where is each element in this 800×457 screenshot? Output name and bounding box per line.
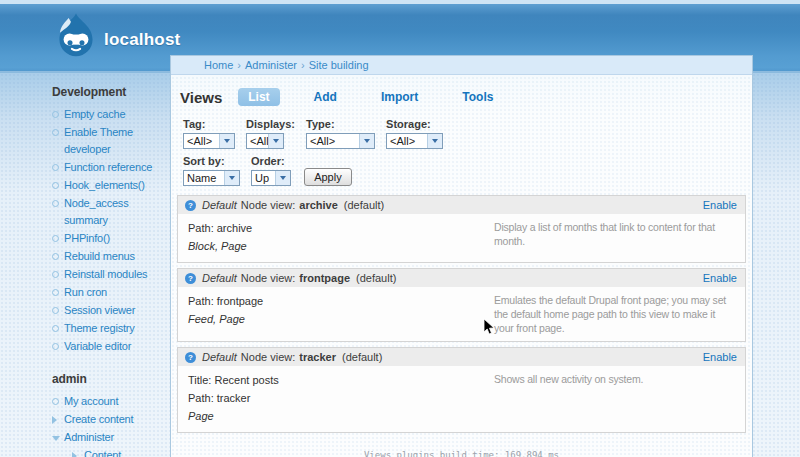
breadcrumb-separator: ›: [301, 59, 305, 71]
circle-bullet-icon: [52, 111, 59, 118]
sidebar-item-reinstall-modules[interactable]: Reinstall modules: [52, 266, 165, 283]
view-row-archive: ? Default Node view: archive (default) E…: [177, 195, 746, 263]
circle-bullet-icon: [52, 253, 59, 260]
circle-bullet-icon: [52, 307, 59, 314]
tab-list[interactable]: List: [238, 88, 279, 106]
type-filter-label: Type:: [306, 118, 375, 130]
page-title: Views: [180, 89, 222, 106]
tab-tools[interactable]: Tools: [452, 88, 503, 106]
view-displays: Page: [188, 408, 494, 424]
apply-button[interactable]: Apply: [304, 168, 352, 186]
sidebar-item-administer[interactable]: Administer: [52, 429, 165, 446]
help-icon[interactable]: ?: [185, 352, 196, 363]
sidebar-item-hook-elements[interactable]: Hook_elements(): [52, 177, 165, 194]
views-filters: Tag: <All> Displays: <All> Type: <All> S…: [183, 118, 746, 186]
sidebar-item-rebuild-menus[interactable]: Rebuild menus: [52, 248, 165, 265]
sidebar-item-session-viewer[interactable]: Session viewer: [52, 302, 165, 319]
view-path: Path: frontpage: [188, 293, 494, 309]
sidebar-item-enable-theme-developer[interactable]: Enable Theme developer: [52, 124, 165, 158]
sidebar-item-run-cron[interactable]: Run cron: [52, 284, 165, 301]
circle-bullet-icon: [52, 200, 59, 207]
drupal-views-admin-page: localhost Development Empty cache Enable…: [0, 0, 800, 457]
circle-bullet-icon: [52, 289, 59, 296]
enable-link[interactable]: Enable: [703, 272, 737, 284]
breadcrumb-link-administer[interactable]: Administer: [245, 59, 297, 71]
circle-bullet-icon: [52, 271, 59, 278]
storage-filter-select[interactable]: <All>: [386, 133, 443, 149]
help-icon[interactable]: ?: [185, 200, 196, 211]
help-icon[interactable]: ?: [185, 273, 196, 284]
view-name: tracker: [299, 351, 336, 363]
mouse-cursor: [483, 318, 495, 336]
type-filter-select[interactable]: <All>: [306, 133, 375, 149]
view-name: archive: [299, 199, 338, 211]
sidebar-item-variable-editor[interactable]: Variable editor: [52, 338, 165, 355]
view-row-frontpage: ? Default Node view: frontpage (default)…: [177, 268, 746, 342]
sidebar: Development Empty cache Enable Theme dev…: [0, 73, 167, 457]
sidebar-section-title-admin: admin: [52, 372, 167, 386]
chevron-down-icon: [275, 171, 290, 185]
view-description: Emulates the default Drupal front page; …: [494, 292, 737, 335]
chevron-down-icon: [224, 171, 239, 185]
sidebar-item-content-management[interactable]: Content management: [72, 447, 168, 457]
chevron-down-icon: [268, 134, 283, 148]
site-name[interactable]: localhost: [104, 30, 180, 50]
breadcrumb-separator: ›: [237, 59, 241, 71]
breadcrumb-link-site-building[interactable]: Site building: [309, 59, 369, 71]
enable-link[interactable]: Enable: [703, 351, 737, 363]
circle-bullet-icon: [52, 235, 59, 242]
view-name: frontpage: [299, 272, 350, 284]
view-type: Default: [202, 199, 237, 211]
view-type: Default: [202, 272, 237, 284]
circle-bullet-icon: [52, 398, 59, 405]
view-kind: Node view:: [241, 199, 295, 211]
circle-bullet-icon: [52, 164, 59, 171]
build-time-stats: Views plugins build time: 169.894 ms Vie…: [177, 449, 746, 457]
chevron-down-icon: [219, 134, 234, 148]
displays-filter-label: Displays:: [246, 118, 295, 130]
chevron-down-icon: [359, 134, 374, 148]
view-suffix: (default): [344, 199, 384, 211]
view-displays: Feed, Page: [188, 311, 494, 327]
view-title: Title: Recent posts: [188, 372, 494, 388]
view-displays: Block, Page: [188, 238, 494, 254]
circle-bullet-icon: [52, 325, 59, 332]
main-panel: Home›Administer›Site building Views List…: [170, 55, 753, 457]
view-suffix: (default): [356, 272, 396, 284]
sidebar-item-my-account[interactable]: My account: [52, 393, 165, 410]
breadcrumb-link-home[interactable]: Home: [204, 59, 233, 71]
view-path: Path: archive: [188, 220, 494, 236]
tab-add[interactable]: Add: [304, 88, 347, 106]
order-select[interactable]: Up: [251, 170, 291, 186]
views-plugins-build-time: Views plugins build time: 169.894 ms: [177, 449, 746, 457]
enable-link[interactable]: Enable: [703, 199, 737, 211]
chevron-down-icon: [427, 134, 442, 148]
sort-by-select[interactable]: Name: [183, 170, 240, 186]
sidebar-section-title-development: Development: [52, 85, 167, 99]
view-description: Shows all new activity on system.: [494, 371, 737, 426]
storage-filter-label: Storage:: [386, 118, 443, 130]
displays-filter-select[interactable]: <All>: [246, 133, 284, 149]
view-path: Path: tracker: [188, 390, 494, 406]
view-description: Display a list of months that link to co…: [494, 219, 737, 256]
sidebar-item-theme-registry[interactable]: Theme registry: [52, 320, 165, 337]
breadcrumb: Home›Administer›Site building: [171, 56, 752, 75]
view-row-tracker: ? Default Node view: tracker (default) E…: [177, 347, 746, 433]
sidebar-item-empty-cache[interactable]: Empty cache: [52, 106, 165, 123]
view-kind: Node view:: [241, 272, 295, 284]
collapsed-menu-icon[interactable]: [72, 452, 77, 457]
sidebar-item-function-reference[interactable]: Function reference: [52, 159, 165, 176]
sidebar-item-node-access-summary[interactable]: Node_access summary: [52, 195, 165, 229]
sidebar-item-phpinfo[interactable]: PHPinfo(): [52, 230, 165, 247]
sidebar-item-create-content[interactable]: Create content: [52, 411, 165, 428]
sort-by-label: Sort by:: [183, 155, 240, 167]
circle-bullet-icon: [52, 129, 59, 136]
tag-filter-label: Tag:: [183, 118, 235, 130]
view-kind: Node view:: [241, 351, 295, 363]
panel-content: Views List Add Import Tools Tag: <All> D…: [171, 75, 752, 457]
tab-import[interactable]: Import: [371, 88, 428, 106]
collapsed-menu-icon[interactable]: [52, 416, 57, 424]
tag-filter-select[interactable]: <All>: [183, 133, 235, 149]
circle-bullet-icon: [52, 343, 59, 350]
expanded-menu-icon[interactable]: [52, 436, 60, 441]
